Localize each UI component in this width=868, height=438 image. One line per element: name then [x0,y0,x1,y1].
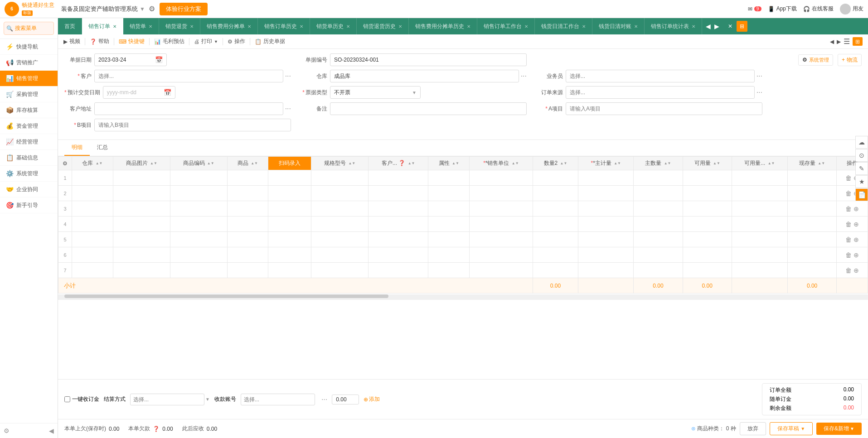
row-main-qty[interactable] [634,186,683,201]
a-project-input[interactable] [566,102,762,115]
row-name[interactable] [227,232,268,247]
row-qty2[interactable] [533,232,578,247]
customer-more-icon[interactable]: ··· [285,72,291,80]
row-main-unit[interactable] [578,247,634,263]
row-warehouse[interactable] [72,217,113,232]
docno-input[interactable] [330,53,527,66]
table-row[interactable]: 4 🗑 ⊕ [58,217,868,232]
calendar-icon[interactable]: 📅 [155,56,163,63]
row-spec[interactable] [311,232,369,247]
tab-close-return-goods[interactable]: ✕ [190,24,194,29]
row-main-qty[interactable] [634,170,683,186]
row-name[interactable] [227,201,268,217]
table-row[interactable]: 6 🗑 ⊕ [58,247,868,263]
tab-close-sales-return[interactable]: ✕ [149,24,152,29]
row-spec[interactable] [311,217,369,232]
row-unit[interactable] [470,217,533,232]
add-payment-button[interactable]: ⊕ 添加 [364,395,380,403]
th-avail-sort[interactable]: ▲▼ [713,161,720,165]
row-main-unit[interactable] [578,263,634,278]
row-main-unit[interactable] [578,217,634,232]
row-copy-icon[interactable]: ⊕ [853,251,859,259]
sidebar-item-finance[interactable]: 💰 资金管理 [0,118,58,134]
discard-button[interactable]: 放弃 [740,422,766,435]
tab-sales-fee[interactable]: 销售费用分摊单 ✕ [200,18,258,34]
row-delete-icon[interactable]: 🗑 [845,236,852,243]
order-source-more-icon[interactable]: ··· [756,88,762,96]
row-warehouse[interactable] [72,232,113,247]
row-customer-code[interactable] [369,170,428,186]
row-name[interactable] [227,247,268,263]
user-item[interactable]: 用友 [840,4,863,14]
sidebar-item-guide[interactable]: 🎯 新手引导 [0,197,58,213]
tab-sales-order[interactable]: 销售订单 ✕ [82,18,123,34]
row-code[interactable] [170,217,227,232]
row-main-unit[interactable] [578,186,634,201]
tab-close-stats[interactable]: ✕ [692,24,695,29]
row-spec[interactable] [311,247,369,263]
table-row[interactable]: 3 🗑 ⊕ [58,201,868,217]
th-warehouse-sort[interactable]: ▲▼ [96,161,103,165]
row-code[interactable] [170,201,227,217]
th-unit-sort[interactable]: ▲▼ [512,161,519,165]
row-warehouse[interactable] [72,201,113,217]
row-unit[interactable] [470,263,533,278]
row-warehouse[interactable] [72,247,113,263]
row-main-unit[interactable] [578,170,634,186]
order-source-input[interactable] [566,86,755,99]
tab-close-order-ws[interactable]: ✕ [524,24,528,29]
th-attr-sort[interactable]: ▲▼ [452,161,459,165]
row-spec[interactable] [311,201,369,217]
tab-stats[interactable]: 销售订单统计表 ✕ [645,18,702,34]
right-icon-doc[interactable]: 📄 [855,188,868,201]
row-main-qty[interactable] [634,263,683,278]
save-draft-button[interactable]: 保存草稿 ▼ [770,422,813,435]
row-qty2[interactable] [533,247,578,263]
row-attr[interactable] [428,263,470,278]
date-input[interactable]: 2023-03-24 📅 [94,53,167,66]
right-icon-star[interactable]: ★ [855,175,868,188]
payment-method-input[interactable] [130,394,204,405]
addr-more-icon[interactable]: ··· [285,105,291,113]
table-row[interactable]: 1 🗑 ⊕ [58,170,868,186]
table-row[interactable]: 5 🗑 ⊕ [58,232,868,247]
th-main-qty-sort[interactable]: ▲▼ [664,161,671,165]
toolbar-print[interactable]: 🖨 打印 ▼ [194,38,218,45]
scrollbar-area[interactable] [58,294,868,300]
th-name-sort[interactable]: ▲▼ [251,161,258,165]
th-stock-sort[interactable]: ▲▼ [818,161,825,165]
payment-method-dropdown[interactable]: ▼ [205,397,210,402]
row-name[interactable] [227,186,268,201]
row-customer-code[interactable] [369,201,428,217]
row-delete-icon[interactable]: 🗑 [845,190,852,197]
tab-next-button[interactable]: ▶ [713,23,721,30]
row-attr[interactable] [428,170,470,186]
table-wrap[interactable]: ⚙ 仓库 ▲▼ 商品图片 ▲▼ 商品编码 ▲▼ [58,156,868,379]
tab-clear-account[interactable]: 钱货日清对账 ✕ [592,18,645,34]
row-unit[interactable] [470,247,533,263]
row-spec[interactable] [311,263,369,278]
row-customer-code[interactable] [369,186,428,201]
customer-input[interactable] [94,70,283,82]
add-material-btn[interactable]: + 物流 [838,54,862,66]
one-click-check[interactable] [64,396,70,402]
row-customer-code[interactable] [369,232,428,247]
row-name[interactable] [227,217,268,232]
toolbar-nav-prev[interactable]: ◀ [830,37,834,46]
sidebar-item-ops[interactable]: 📈 经营管理 [0,134,58,150]
tab-return-goods[interactable]: 销货退货 ✕ [159,18,200,34]
row-copy-icon[interactable]: ⊕ [853,267,859,274]
row-qty2[interactable] [533,170,578,186]
sidebar-item-inventory[interactable]: 📦 库存核算 [0,102,58,118]
delivery-calendar-icon[interactable]: 📅 [164,89,171,96]
row-main-unit[interactable] [578,232,634,247]
row-copy-icon[interactable]: ⊕ [853,236,859,243]
th-customer-sort[interactable]: ▲▼ [408,161,415,165]
detail-tab-detail[interactable]: 明细 [64,140,90,156]
industry-solution-button[interactable]: 体验行业方案 [160,3,208,15]
gear-bottom-icon[interactable]: ⚙ [4,427,10,434]
tab-home[interactable]: 首页 [58,18,82,34]
tab-grid-button[interactable]: ⊞ [737,21,747,32]
row-unit[interactable] [470,232,533,247]
row-name[interactable] [227,170,268,186]
